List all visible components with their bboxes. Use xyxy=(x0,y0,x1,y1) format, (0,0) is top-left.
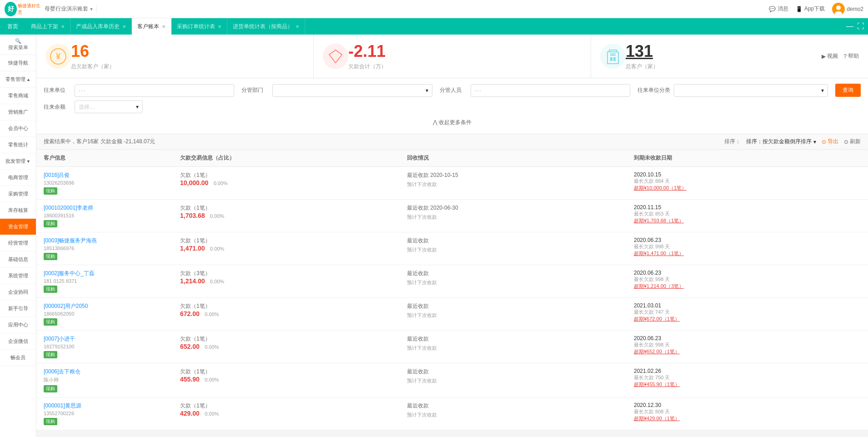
filter-person: 分管人员 ··· xyxy=(440,84,630,97)
sidebar-item-operations[interactable]: 经营管理 xyxy=(0,235,36,251)
maximize-icon[interactable]: ⛶ xyxy=(857,23,864,30)
query-button[interactable]: 查询 xyxy=(835,84,861,97)
collapse-btn[interactable]: ⋀ 收起更多条件 xyxy=(44,117,861,128)
customer-id-link-2[interactable]: [0003]畅捷服务尹海燕 xyxy=(44,237,180,245)
top-bar: 好 畅捷通好生意 母婴行业演示账套 ▾ 💬 消息 📱 App下载 demo2 xyxy=(0,0,868,18)
nav-tabs: 首页 商品上下架 ✕ 产成品入库单历史 ✕ 客户账本 ✕ 采购订单统计表 ✕ 进… xyxy=(0,18,868,35)
svg-rect-10 xyxy=(611,54,612,55)
unit-class-arrow-icon: ▾ xyxy=(821,87,824,94)
customer-info-6: [0006]去下粮仓 陈小帅 现购 xyxy=(44,368,180,392)
dept-select[interactable]: ▾ xyxy=(272,84,432,97)
message-btn[interactable]: 💬 消息 xyxy=(769,5,788,13)
debt-info-1: 欠款（1笔） 1,703.68 0.00% xyxy=(180,204,407,219)
table-row: [0003]畅捷服务尹海燕 18513066976 现购 欠款（1笔） 1,47… xyxy=(36,232,868,265)
help-btn[interactable]: ? 帮助 xyxy=(843,52,859,60)
message-icon: 💬 xyxy=(769,6,776,12)
refresh-btn[interactable]: ⊙ 刷新 xyxy=(844,138,861,146)
debt-amount-value: -2.11 xyxy=(348,42,386,61)
total-customers-label: 总客户（家） xyxy=(626,63,822,70)
sort-label: 排序： xyxy=(724,138,741,146)
customer-id-link-1[interactable]: [0001020001]李老师 xyxy=(44,204,180,212)
sidebar-item-system[interactable]: 系统管理 xyxy=(0,268,36,284)
tenant-selector[interactable]: 母婴行业演示账套 ▾ xyxy=(41,5,97,13)
customer-info-1: [0001020001]李老师 18600391516 现购 xyxy=(44,204,180,227)
sidebar-item-vip[interactable]: 畅会员 xyxy=(0,350,36,366)
customer-id-link-5[interactable]: [0007]小进干 xyxy=(44,335,180,343)
tab-close-goods[interactable]: ✕ xyxy=(61,24,65,29)
tab-incoming[interactable]: 进货单统计表（按商品） ✕ xyxy=(227,18,305,35)
sidebar-item-wechat[interactable]: 企业微信 xyxy=(0,333,36,350)
tab-close-customer[interactable]: ✕ xyxy=(162,24,166,29)
customer-phone-6: 陈小帅 xyxy=(44,377,180,383)
customer-info-3: [0002]服务中心_丁磊 181 0125 8371 现购 xyxy=(44,270,180,293)
overdue-link-4[interactable]: 超期¥672.00（1笔） xyxy=(634,316,861,322)
source-unit-input[interactable]: ··· xyxy=(75,84,234,97)
tab-home[interactable]: 首页 xyxy=(0,18,25,35)
svg-marker-5 xyxy=(329,50,342,63)
customer-info-0: [0016]吕俊 13026203696 现购 xyxy=(44,171,180,195)
sidebar-item-retail-mall[interactable]: 零售商城 xyxy=(0,88,36,104)
tag-badge-6: 现购 xyxy=(44,385,57,392)
overdue-link-1[interactable]: 超期¥1,703.68（1笔） xyxy=(634,217,861,224)
download-icon: 📱 xyxy=(796,6,803,12)
overdue-link-0[interactable]: 超期¥10,000.00（1笔） xyxy=(634,185,861,191)
collapse-icon: ⋀ xyxy=(433,119,437,126)
unit-class-select[interactable]: ▾ xyxy=(674,84,828,97)
sidebar-item-basic-info[interactable]: 基础信息 xyxy=(0,251,36,268)
debt-info-3: 欠款（3笔） 1,214.00 0.00% xyxy=(180,270,407,285)
customer-id-link-3[interactable]: [0002]服务中心_丁磊 xyxy=(44,270,180,277)
overdue-link-3[interactable]: 超期¥1,214.00（3笔） xyxy=(634,283,861,290)
sidebar-item-apps[interactable]: 应用中心 xyxy=(0,317,36,333)
sidebar-item-marketing[interactable]: 营销推广 xyxy=(0,104,36,121)
sidebar-item-retail-stats[interactable]: 零售统计 xyxy=(0,137,36,153)
collection-info-2: 最近收款 预计下次收款 xyxy=(407,237,634,253)
filter-area: 往来单位 ··· 分管部门 ▾ 分管人员 ··· xyxy=(36,78,868,134)
tab-purchase[interactable]: 采购订单统计表 ✕ xyxy=(171,18,227,35)
debt-customers-value: 16 xyxy=(71,42,115,61)
sidebar-item-quick-nav[interactable]: 快捷导航 xyxy=(0,55,36,71)
sidebar-item-enterprise[interactable]: 企业协同 xyxy=(0,284,36,301)
person-input[interactable]: ··· xyxy=(471,84,630,97)
tab-close-incoming[interactable]: ✕ xyxy=(296,24,299,29)
svg-rect-7 xyxy=(609,50,617,52)
minimize-icon[interactable]: — xyxy=(846,23,853,30)
customer-id-link-0[interactable]: [0016]吕俊 xyxy=(44,171,180,179)
refresh-icon: ⊙ xyxy=(844,139,848,145)
debt-info-4: 欠款（1笔） 672.00 0.00% xyxy=(180,302,407,317)
overdue-link-6[interactable]: 超期¥455.90（1笔） xyxy=(634,381,861,388)
overdue-link-5[interactable]: 超期¥652.00（1笔） xyxy=(634,348,861,355)
table-row: [0006]去下粮仓 陈小帅 现购 欠款（1笔） 455.90 0.00% 最近… xyxy=(36,363,868,397)
sidebar-item-inventory[interactable]: 库存核算 xyxy=(0,202,36,219)
user-avatar[interactable]: demo2 xyxy=(832,3,863,15)
tab-customer[interactable]: 客户账本 ✕ xyxy=(132,18,171,35)
overdue-link-2[interactable]: 超期¥1,471.00（1笔） xyxy=(634,250,861,257)
overdue-info-2: 2020.06.23 最长欠款 998 天 超期¥1,471.00（1笔） xyxy=(634,237,861,257)
tab-close-production[interactable]: ✕ xyxy=(122,24,126,29)
sidebar-item-member[interactable]: 会员中心 xyxy=(0,121,36,137)
sidebar-item-newbie[interactable]: 新手引导 xyxy=(0,301,36,317)
sidebar-item-retail-mgmt[interactable]: 零售管理 ▲ xyxy=(0,71,36,88)
table-row: [0016]吕俊 13026203696 现购 欠款（1笔） 10,000.00… xyxy=(36,167,868,200)
top-right-area: 💬 消息 📱 App下载 demo2 xyxy=(769,3,863,15)
customer-id-link-4[interactable]: [000002]用户2050 xyxy=(44,302,180,310)
sidebar-item-batch-mgmt[interactable]: 批发管理 ▼ xyxy=(0,153,36,170)
svg-rect-11 xyxy=(613,54,615,55)
customer-info-5: [0007]小进干 18279152100 现购 xyxy=(44,335,180,358)
video-btn[interactable]: ▶ 视频 xyxy=(822,52,838,60)
tab-close-purchase[interactable]: ✕ xyxy=(218,24,221,29)
diamond-icon xyxy=(323,44,348,69)
customer-id-link-6[interactable]: [0006]去下粮仓 xyxy=(44,368,180,376)
sidebar-item-purchase-mgmt[interactable]: 采购管理 xyxy=(0,186,36,202)
sidebar-item-capital[interactable]: 资金管理 xyxy=(0,219,36,235)
tab-production[interactable]: 产成品入库单历史 ✕ xyxy=(70,18,132,35)
sort-select[interactable]: 排序：按欠款金额倒序排序 ▾ xyxy=(746,138,816,146)
export-btn[interactable]: ⊙ 导出 xyxy=(822,138,838,146)
tab-goods[interactable]: 商品上下架 ✕ xyxy=(25,18,70,35)
balance-select[interactable]: 选择... ▾ xyxy=(75,100,143,113)
app-download-btn[interactable]: 📱 App下载 xyxy=(796,5,825,13)
sidebar-item-ecommerce[interactable]: 电商管理 xyxy=(0,170,36,186)
customer-id-link-7[interactable]: [000001]黄思源 xyxy=(44,402,180,410)
sidebar-search[interactable]: 🔍 搜索菜单 xyxy=(0,35,36,55)
logo-area: 好 畅捷通好生意 xyxy=(5,2,41,16)
overdue-link-7[interactable]: 超期¥429.00（1笔） xyxy=(634,415,861,422)
